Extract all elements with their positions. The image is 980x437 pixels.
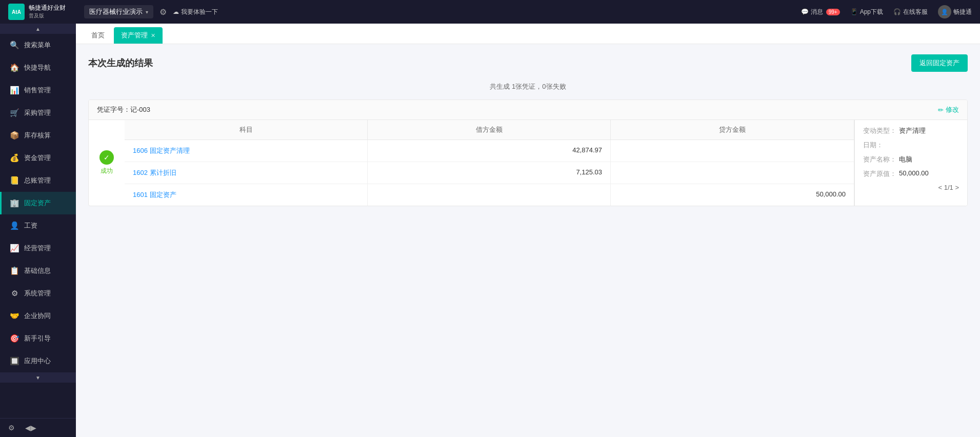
edit-icon: ✏ [938,106,944,114]
success-circle: ✓ [99,150,114,165]
phone-icon: 📱 [850,8,858,15]
tab-close-icon[interactable]: ✕ [151,32,155,39]
tab-bar: 首页 资产管理 ✕ [76,24,980,44]
asset-value-value: 50,000.00 [899,169,929,178]
app-download-button[interactable]: 📱 App下载 [850,8,883,16]
content-area: 首页 资产管理 ✕ 本次生成的结果 返回固定资产 共生成 1张凭证，0张失败 凭… [76,24,980,437]
sidebar-item-cooperation[interactable]: 🤝 企业协同 [0,305,76,327]
header-center: 医疗器械行业演示 ▾ ⚙ ☁ 我要体验一下 [84,5,801,18]
voucher-header: 凭证字号：记-003 ✏ 修改 [89,100,967,120]
sidebar-item-basicinfo[interactable]: 📋 基础信息 [0,260,76,282]
sidebar-scroll-down[interactable]: ▼ [0,372,76,383]
home-icon: 🏠 [10,63,19,72]
message-icon: 💬 [801,8,809,15]
handshake-icon: 🤝 [10,311,19,321]
chart-icon: 📊 [10,86,19,95]
chevron-down-icon: ▾ [146,9,148,15]
sidebar-item-sales[interactable]: 📊 销售管理 [0,79,76,102]
clipboard-icon: 📋 [10,266,19,275]
edit-button[interactable]: ✏ 修改 [938,105,959,114]
return-button[interactable]: 返回固定资产 [911,54,968,72]
success-text: 成功 [101,167,113,175]
trending-icon: 📈 [10,244,19,253]
result-summary: 共生成 1张凭证，0张失败 [88,82,968,91]
logo-edition: 普及版 [29,12,66,19]
sidebar-item-search[interactable]: 🔍 搜索菜单 [0,34,76,56]
panel-asset-name: 资产名称： 电脑 [863,155,959,164]
voucher-card: 凭证字号：记-003 ✏ 修改 ✓ 成功 [88,100,968,206]
logo-name: 畅捷通好业财 [29,4,66,12]
message-badge: 99 [826,9,840,15]
building-icon: 🏢 [10,198,19,208]
user-menu[interactable]: 👤 畅捷通 [938,5,972,18]
table-row: 1602 累计折旧 7,125.03 [125,162,854,184]
settings-icon[interactable]: ⚙ [159,7,167,17]
money-icon: 💰 [10,153,19,163]
panel-change-type: 变动类型： 资产清理 [863,126,959,135]
customer-service-button[interactable]: 🎧 在线客服 [893,8,928,16]
book-icon: 📒 [10,176,19,185]
sidebar-item-management[interactable]: 📈 经营管理 [0,237,76,260]
sidebar-item-salary[interactable]: 👤 工资 [0,214,76,237]
sidebar-item-inventory[interactable]: 📦 库存核算 [0,124,76,147]
asset-value-label: 资产原值： [863,169,899,178]
tab-assets[interactable]: 资产管理 ✕ [114,27,163,44]
col-subject: 科目 [125,120,368,140]
sidebar-item-guide[interactable]: 🎯 新手引导 [0,327,76,350]
table-row: 1606 固定资产清理 42,874.97 [125,140,854,162]
tab-home[interactable]: 首页 [84,27,112,44]
cart-icon: 🛒 [10,108,19,117]
gear-icon: ⚙ [10,289,19,298]
sidebar-item-ledger[interactable]: 📒 总账管理 [0,169,76,192]
table-row: 1601 固定资产 50,000.00 [125,184,854,206]
user-icon: 👤 [10,221,19,230]
collapse-icon[interactable]: ◀▶ [25,424,36,432]
panel-date: 日期： [863,141,959,150]
pagination[interactable]: < 1/1 > [863,184,959,191]
main-layout: ▲ 🔍 搜索菜单 🏠 快捷导航 📊 销售管理 🛒 采购管理 📦 库存核算 💰 资… [0,24,980,437]
col-credit: 贷方金额 [611,120,854,140]
box-icon: 📦 [10,131,19,140]
voucher-body: ✓ 成功 科目 借方金额 贷方金额 1606 固定资产清理 42,874.97 [89,120,967,206]
sidebar-item-funds[interactable]: 💰 资金管理 [0,147,76,169]
target-icon: 🎯 [10,334,19,343]
row2-debit: 7,125.03 [368,162,611,184]
page-title: 本次生成的结果 [88,57,153,69]
row1-debit: 42,874.97 [368,140,611,162]
success-indicator: ✓ 成功 [89,120,125,206]
logo-area: AtA 畅捷通好业财 普及版 [8,4,84,20]
page-content: 本次生成的结果 返回固定资产 共生成 1张凭证，0张失败 凭证字号：记-003 … [76,44,980,437]
row1-subject: 1606 固定资产清理 [125,140,368,162]
company-selector[interactable]: 医疗器械行业演示 ▾ [84,5,153,18]
sidebar-item-apps[interactable]: 🔲 应用中心 [0,350,76,372]
sidebar-item-purchase[interactable]: 🛒 采购管理 [0,102,76,124]
headset-icon: 🎧 [893,8,901,15]
messages-button[interactable]: 💬 消息 99 [801,8,840,16]
row2-credit [611,162,854,184]
sidebar: ▲ 🔍 搜索菜单 🏠 快捷导航 📊 销售管理 🛒 采购管理 📦 库存核算 💰 资… [0,24,76,437]
settings-footer-icon[interactable]: ⚙ [8,424,15,432]
voucher-table: 科目 借方金额 贷方金额 1606 固定资产清理 42,874.97 1602 … [125,120,854,206]
sidebar-scroll-up[interactable]: ▲ [0,24,76,34]
sidebar-item-quicknav[interactable]: 🏠 快捷导航 [0,56,76,79]
company-name: 医疗器械行业演示 [89,7,143,16]
voucher-right-panel: 变动类型： 资产清理 日期： 资产名称： 电脑 资产原值： [854,120,967,206]
sidebar-item-system[interactable]: ⚙ 系统管理 [0,282,76,305]
top-header: AtA 畅捷通好业财 普及版 医疗器械行业演示 ▾ ⚙ ☁ 我要体验一下 💬 消… [0,0,980,24]
voucher-number: 凭证字号：记-003 [97,105,150,114]
row2-subject: 1602 累计折旧 [125,162,368,184]
change-type-value: 资产清理 [899,126,926,135]
search-icon: 🔍 [10,41,19,50]
panel-asset-value: 资产原值： 50,000.00 [863,169,959,178]
feedback-button[interactable]: ☁ 我要体验一下 [173,8,218,16]
table-header: 科目 借方金额 贷方金额 [125,120,854,140]
avatar: 👤 [938,5,951,18]
page-header: 本次生成的结果 返回固定资产 [88,54,968,72]
row3-credit: 50,000.00 [611,184,854,206]
logo-icon: AtA [8,4,25,20]
change-type-label: 变动类型： [863,126,899,135]
row3-subject: 1601 固定资产 [125,184,368,206]
asset-name-value: 电脑 [899,155,912,164]
col-debit: 借方金额 [368,120,611,140]
sidebar-item-fixedassets[interactable]: 🏢 固定资产 [0,192,76,214]
